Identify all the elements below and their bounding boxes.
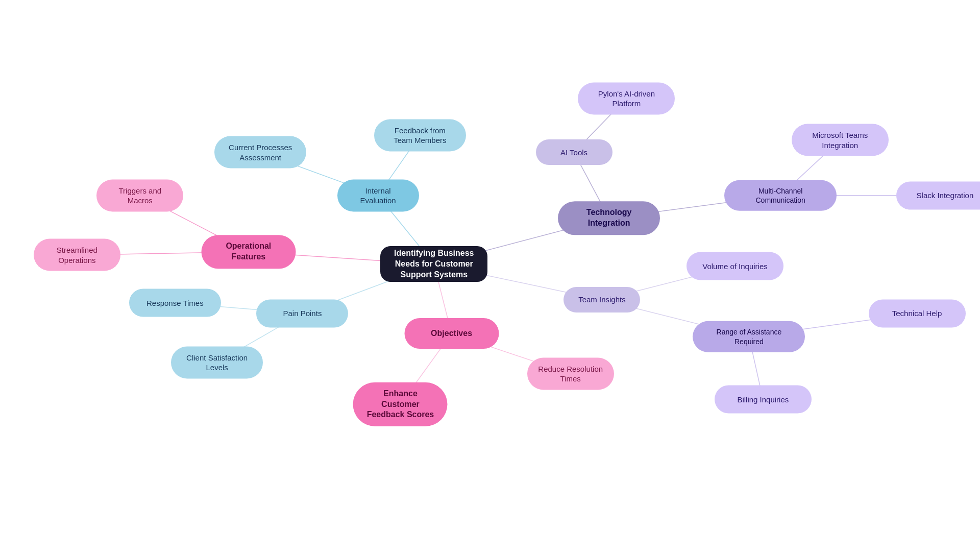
node-technicalHelp[interactable]: Technical Help [869, 299, 966, 327]
node-reduceResolutionTimes[interactable]: Reduce Resolution Times [527, 357, 614, 390]
node-clientSatisfaction[interactable]: Client Satisfaction Levels [171, 346, 263, 378]
node-teamInsights[interactable]: Team Insights [564, 287, 640, 312]
node-center[interactable]: Identifying Business Needs for Customer … [380, 246, 487, 282]
node-multiChannelComm[interactable]: Multi-Channel Communication [724, 180, 837, 210]
node-triggersAndMacros[interactable]: Triggers and Macros [96, 179, 183, 211]
mindmap-container: Identifying Business Needs for Customer … [0, 0, 980, 553]
node-internalEvaluation[interactable]: Internal Evaluation [337, 179, 419, 211]
node-billingInquiries[interactable]: Billing Inquiries [715, 386, 812, 414]
node-streamlinedOps[interactable]: Streamlined Operations [34, 239, 120, 271]
node-volumeOfInquiries[interactable]: Volume of Inquiries [687, 252, 783, 280]
node-enhanceCustomerFeedback[interactable]: Enhance Customer Feedback Scores [353, 382, 448, 426]
node-feedbackFromTeam[interactable]: Feedback from Team Members [374, 119, 466, 151]
node-painPoints[interactable]: Pain Points [256, 299, 348, 327]
node-objectives[interactable]: Objectives [404, 318, 499, 349]
node-technologyIntegration[interactable]: Technology Integration [558, 201, 660, 235]
node-aiTools[interactable]: AI Tools [536, 139, 612, 165]
node-currentProcesses[interactable]: Current Processes Assessment [214, 136, 306, 169]
node-pylonPlatform[interactable]: Pylon's AI-driven Platform [578, 82, 675, 114]
node-operationalFeatures[interactable]: Operational Features [201, 235, 296, 269]
node-responseTimes[interactable]: Response Times [129, 289, 221, 317]
node-slackIntegration[interactable]: Slack Integration [896, 181, 980, 209]
node-rangeOfAssistance[interactable]: Range of Assistance Required [693, 321, 805, 352]
connections-svg [0, 0, 980, 553]
node-microsoftTeams[interactable]: Microsoft Teams Integration [792, 124, 889, 156]
